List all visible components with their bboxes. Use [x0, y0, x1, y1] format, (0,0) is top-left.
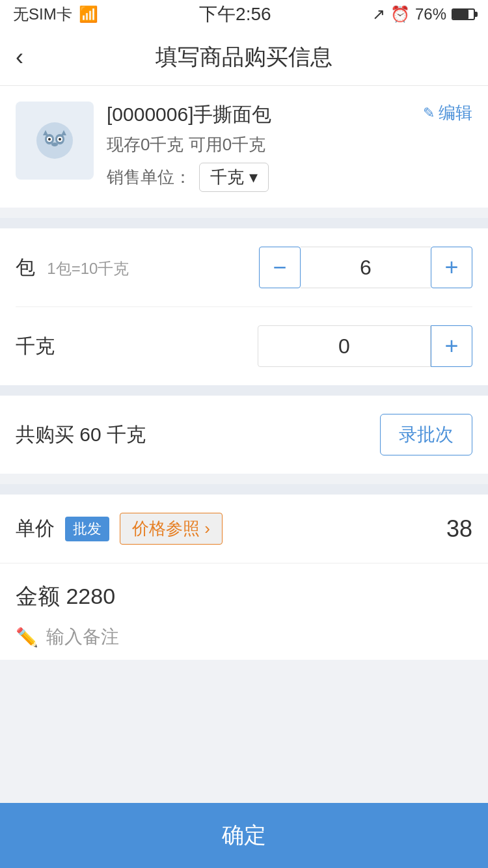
edit-pencil-icon: ✏️ [16, 627, 38, 648]
status-time: 下午2:56 [199, 2, 271, 27]
summary-text: 共购买 60 千克 [16, 422, 146, 448]
amount-row: 金额 2280 [16, 582, 472, 612]
wifi-icon: 📶 [79, 5, 98, 23]
svg-point-7 [51, 142, 58, 146]
product-info: [0000006]手撕面包 ✎ 编辑 现存0千克 可用0千克 销售单位： 千克 … [107, 102, 472, 192]
unit-label: 销售单位： [107, 166, 191, 189]
amount-section: 金额 2280 ✏️ 输入备注 [0, 563, 488, 660]
confirm-button[interactable]: 确定 [0, 803, 488, 868]
unit-select[interactable]: 千克 ▾ [199, 163, 269, 192]
kg-row: 千克 + [16, 307, 472, 385]
svg-point-5 [48, 138, 51, 141]
dropdown-icon: ▾ [249, 167, 258, 187]
package-sublabel: 1包=10千克 [47, 260, 129, 277]
edit-button[interactable]: ✎ 编辑 [423, 102, 472, 124]
page-title: 填写商品购买信息 [156, 42, 332, 72]
remark-placeholder: 输入备注 [46, 625, 119, 649]
battery-icon [452, 8, 475, 20]
section-divider-1 [0, 218, 488, 228]
package-row: 包 1包=10千克 − + [16, 228, 472, 307]
alarm-icon: ⏰ [390, 5, 410, 23]
package-minus-button[interactable]: − [259, 247, 301, 288]
price-ref-button[interactable]: 价格参照 › [120, 513, 223, 545]
kg-input[interactable] [258, 325, 431, 367]
product-name: [0000006]手撕面包 [107, 102, 271, 128]
package-input[interactable] [301, 247, 431, 288]
amount-value: 2280 [66, 584, 115, 608]
kg-stepper: + [258, 325, 472, 367]
svg-point-6 [59, 138, 61, 141]
price-left: 单价 批发 价格参照 › [16, 513, 223, 545]
section-divider-3 [0, 484, 488, 495]
kg-plus-button[interactable]: + [431, 325, 472, 367]
section-divider-2 [0, 385, 488, 396]
product-unit-row: 销售单位： 千克 ▾ [107, 163, 472, 192]
product-logo-icon [35, 121, 74, 160]
package-label: 包 1包=10千克 [16, 254, 259, 281]
amount-label: 金额 [16, 584, 60, 608]
price-value: 38 [446, 515, 472, 543]
status-left: 无SIM卡 📶 [13, 4, 98, 25]
location-icon: ↗ [372, 5, 385, 23]
bottom-space [0, 660, 488, 738]
status-bar: 无SIM卡 📶 下午2:56 ↗ ⏰ 76% [0, 0, 488, 29]
nav-bar: ‹ 填写商品购买信息 [0, 29, 488, 86]
battery-label: 76% [415, 5, 446, 23]
status-right: ↗ ⏰ 76% [372, 5, 475, 23]
svg-point-0 [36, 122, 73, 159]
summary-section: 共购买 60 千克 录批次 [0, 396, 488, 474]
package-plus-button[interactable]: + [431, 247, 472, 288]
kg-label: 千克 [16, 333, 258, 360]
remark-row[interactable]: ✏️ 输入备注 [16, 625, 472, 649]
batch-button[interactable]: 录批次 [380, 414, 472, 455]
price-type-tag: 批发 [65, 517, 109, 541]
price-section: 单价 批发 价格参照 › 38 [0, 495, 488, 563]
product-stock: 现存0千克 可用0千克 [107, 133, 472, 156]
package-stepper: − + [259, 247, 472, 288]
back-button[interactable]: ‹ [16, 44, 23, 71]
carrier-label: 无SIM卡 [13, 4, 72, 25]
input-section: 包 1包=10千克 − + 千克 + [0, 228, 488, 385]
product-card: [0000006]手撕面包 ✎ 编辑 现存0千克 可用0千克 销售单位： 千克 … [0, 86, 488, 208]
product-thumbnail [16, 102, 94, 180]
price-label: 单价 [16, 515, 55, 542]
